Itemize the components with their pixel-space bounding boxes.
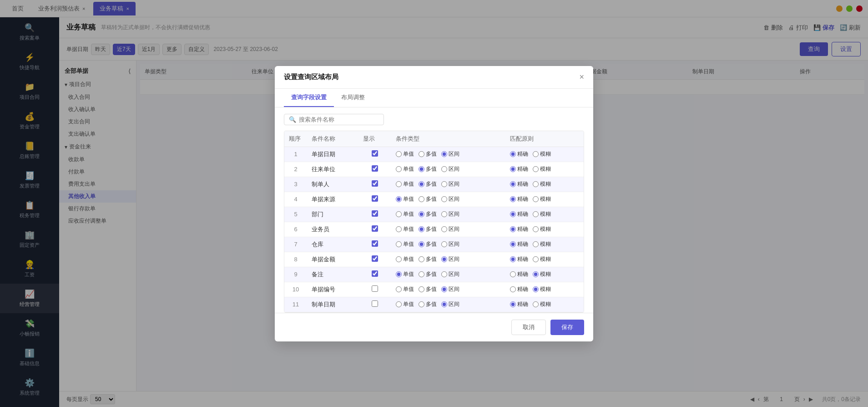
match-radio[interactable]: [510, 181, 516, 187]
row-cond-type[interactable]: 单值多值区间: [391, 147, 505, 162]
cond-option[interactable]: 单值: [396, 285, 414, 293]
cond-radio[interactable]: [441, 211, 447, 217]
match-option[interactable]: 精确: [510, 285, 528, 293]
row-cond-type[interactable]: 单值多值区间: [391, 297, 505, 312]
cond-option[interactable]: 多值: [419, 165, 437, 173]
row-show[interactable]: [358, 267, 391, 282]
cond-radio[interactable]: [441, 181, 447, 187]
match-radio[interactable]: [533, 211, 539, 217]
cond-radio[interactable]: [441, 166, 447, 172]
match-radio[interactable]: [533, 151, 539, 157]
row-show[interactable]: [358, 192, 391, 207]
cond-radio[interactable]: [419, 181, 424, 187]
cond-radio[interactable]: [419, 286, 424, 292]
show-checkbox[interactable]: [372, 255, 378, 262]
cond-radio[interactable]: [419, 301, 424, 307]
cond-radio[interactable]: [396, 181, 402, 187]
cond-option[interactable]: 单值: [396, 300, 414, 308]
cond-radio[interactable]: [441, 271, 447, 277]
match-option[interactable]: 精确: [510, 165, 528, 173]
match-option[interactable]: 模糊: [533, 150, 551, 158]
modal-close-button[interactable]: ×: [579, 72, 584, 82]
match-radio[interactable]: [533, 196, 539, 202]
modal-search-input[interactable]: [299, 116, 379, 123]
cond-radio[interactable]: [419, 196, 424, 202]
cond-radio[interactable]: [396, 271, 402, 277]
row-cond-type[interactable]: 单值多值区间: [391, 237, 505, 252]
row-cond-type[interactable]: 单值多值区间: [391, 252, 505, 267]
modal-save-button[interactable]: 保存: [550, 320, 584, 335]
cond-radio[interactable]: [396, 241, 402, 247]
match-option[interactable]: 精确: [510, 210, 528, 218]
cond-option[interactable]: 区间: [441, 240, 459, 248]
cond-option[interactable]: 多值: [419, 225, 437, 233]
show-checkbox[interactable]: [372, 270, 378, 277]
cond-option[interactable]: 区间: [441, 300, 459, 308]
row-show[interactable]: [358, 252, 391, 267]
row-match[interactable]: 精确模糊: [505, 282, 584, 297]
match-option[interactable]: 精确: [510, 180, 528, 188]
match-radio[interactable]: [510, 166, 516, 172]
cond-option[interactable]: 多值: [419, 255, 437, 263]
cond-radio[interactable]: [441, 151, 447, 157]
modal-tab-fields[interactable]: 查询字段设置: [284, 89, 334, 107]
show-checkbox[interactable]: [372, 285, 378, 292]
match-option[interactable]: 模糊: [533, 195, 551, 203]
cond-radio[interactable]: [396, 151, 402, 157]
cond-option[interactable]: 单值: [396, 180, 414, 188]
row-show[interactable]: [358, 222, 391, 237]
cond-radio[interactable]: [396, 166, 402, 172]
cond-radio[interactable]: [396, 226, 402, 232]
match-radio[interactable]: [533, 256, 539, 262]
cond-radio[interactable]: [441, 256, 447, 262]
cond-option[interactable]: 多值: [419, 195, 437, 203]
match-radio[interactable]: [533, 241, 539, 247]
match-radio[interactable]: [533, 181, 539, 187]
cond-option[interactable]: 多值: [419, 150, 437, 158]
cond-option[interactable]: 多值: [419, 210, 437, 218]
cond-radio[interactable]: [419, 151, 424, 157]
row-show[interactable]: [358, 282, 391, 297]
row-show[interactable]: [358, 162, 391, 177]
match-option[interactable]: 模糊: [533, 285, 551, 293]
match-option[interactable]: 模糊: [533, 225, 551, 233]
match-radio[interactable]: [510, 151, 516, 157]
row-cond-type[interactable]: 单值多值区间: [391, 177, 505, 192]
cond-option[interactable]: 单值: [396, 255, 414, 263]
cond-option[interactable]: 区间: [441, 285, 459, 293]
cond-option[interactable]: 区间: [441, 195, 459, 203]
modal-tab-layout[interactable]: 布局调整: [334, 89, 372, 107]
match-option[interactable]: 模糊: [533, 165, 551, 173]
row-show[interactable]: [358, 237, 391, 252]
match-option[interactable]: 精确: [510, 150, 528, 158]
row-show[interactable]: [358, 207, 391, 222]
show-checkbox[interactable]: [372, 180, 378, 187]
row-match[interactable]: 精确模糊: [505, 177, 584, 192]
match-radio[interactable]: [510, 241, 516, 247]
row-match[interactable]: 精确模糊: [505, 237, 584, 252]
match-option[interactable]: 模糊: [533, 255, 551, 263]
cond-radio[interactable]: [419, 211, 424, 217]
match-option[interactable]: 精确: [510, 270, 528, 278]
cond-radio[interactable]: [419, 241, 424, 247]
cond-option[interactable]: 单值: [396, 270, 414, 278]
row-match[interactable]: 精确模糊: [505, 297, 584, 312]
match-radio[interactable]: [510, 211, 516, 217]
row-match[interactable]: 精确模糊: [505, 162, 584, 177]
cond-option[interactable]: 多值: [419, 180, 437, 188]
show-checkbox[interactable]: [372, 225, 378, 232]
row-cond-type[interactable]: 单值多值区间: [391, 267, 505, 282]
cond-radio[interactable]: [396, 286, 402, 292]
match-option[interactable]: 精确: [510, 225, 528, 233]
show-checkbox[interactable]: [372, 210, 378, 217]
row-show[interactable]: [358, 147, 391, 162]
match-option[interactable]: 模糊: [533, 240, 551, 248]
cond-radio[interactable]: [419, 271, 424, 277]
match-option[interactable]: 精确: [510, 195, 528, 203]
row-match[interactable]: 精确模糊: [505, 192, 584, 207]
row-cond-type[interactable]: 单值多值区间: [391, 282, 505, 297]
cond-option[interactable]: 多值: [419, 270, 437, 278]
cond-radio[interactable]: [396, 196, 402, 202]
match-radio[interactable]: [533, 271, 539, 277]
match-radio[interactable]: [510, 271, 516, 277]
